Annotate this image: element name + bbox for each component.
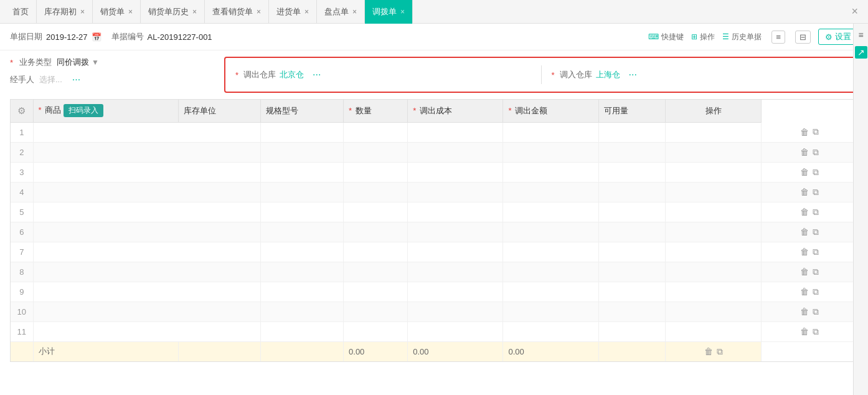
row-copy-icon[interactable]: ⧉ xyxy=(813,287,819,297)
row-cost[interactable] xyxy=(503,282,598,302)
tab-transfer-order-close[interactable]: × xyxy=(400,7,405,16)
row-spec[interactable] xyxy=(344,122,408,142)
row-delete-icon[interactable]: 🗑 xyxy=(800,247,809,257)
tab-purchase-order[interactable]: 进货单 × xyxy=(269,0,317,24)
row-spec[interactable] xyxy=(344,182,408,202)
row-unit[interactable] xyxy=(261,122,344,142)
tab-inventory-check-close[interactable]: × xyxy=(352,7,357,16)
row-product[interactable] xyxy=(33,302,261,321)
tab-inventory-check[interactable]: 盘点单 × xyxy=(317,0,365,24)
row-cost[interactable] xyxy=(503,202,598,222)
row-cost[interactable] xyxy=(503,302,598,321)
warehouse-out-value[interactable]: 北京仓 xyxy=(280,69,304,80)
history-button[interactable]: ☰ 历史单据 xyxy=(722,32,762,42)
row-delete-icon[interactable]: 🗑 xyxy=(800,187,809,197)
right-panel-export-icon[interactable]: ↗ xyxy=(855,46,867,59)
row-quantity[interactable] xyxy=(408,202,503,222)
row-product[interactable] xyxy=(33,222,261,242)
tab-inventory-init-close[interactable]: × xyxy=(80,7,85,16)
tab-sales-order-close[interactable]: × xyxy=(128,7,133,16)
row-spec[interactable] xyxy=(344,222,408,242)
tab-sales-history[interactable]: 销货单历史 × xyxy=(141,0,205,24)
row-quantity[interactable] xyxy=(408,142,503,162)
col-settings-icon[interactable]: ⚙ xyxy=(17,105,26,116)
row-product[interactable] xyxy=(33,202,261,222)
row-unit[interactable] xyxy=(261,202,344,222)
row-cost[interactable] xyxy=(503,162,598,182)
row-quantity[interactable] xyxy=(408,282,503,302)
warehouse-in-more-icon[interactable]: ··· xyxy=(629,69,637,80)
tab-inventory-init[interactable]: 库存期初 × xyxy=(37,0,93,24)
row-copy-icon[interactable]: ⧉ xyxy=(813,326,819,337)
row-cost[interactable] xyxy=(503,182,598,202)
row-copy-icon[interactable]: ⧉ xyxy=(813,247,819,257)
row-unit[interactable] xyxy=(261,222,344,242)
row-amount[interactable] xyxy=(598,122,666,142)
row-spec[interactable] xyxy=(344,242,408,262)
row-copy-icon[interactable]: ⧉ xyxy=(813,167,819,178)
row-unit[interactable] xyxy=(261,142,344,162)
date-picker-icon[interactable]: 📅 xyxy=(92,32,101,42)
tab-view-sales[interactable]: 查看销货单 × xyxy=(205,0,269,24)
business-type-select[interactable]: 同价调拨 ▼ xyxy=(57,57,99,68)
row-spec[interactable] xyxy=(344,321,408,341)
row-delete-icon[interactable]: 🗑 xyxy=(800,267,809,277)
row-quantity[interactable] xyxy=(408,262,503,282)
row-delete-icon[interactable]: 🗑 xyxy=(800,307,809,316)
warehouse-out-more-icon[interactable]: ··· xyxy=(313,69,321,80)
row-quantity[interactable] xyxy=(408,222,503,242)
row-product[interactable] xyxy=(33,282,261,302)
warehouse-in-value[interactable]: 上海仓 xyxy=(596,69,620,80)
row-copy-icon[interactable]: ⧉ xyxy=(813,126,819,137)
row-unit[interactable] xyxy=(261,162,344,182)
row-unit[interactable] xyxy=(261,321,344,341)
row-spec[interactable] xyxy=(344,302,408,321)
row-amount[interactable] xyxy=(598,202,666,222)
row-delete-icon[interactable]: 🗑 xyxy=(800,326,809,336)
row-product[interactable] xyxy=(33,182,261,202)
col-settings[interactable]: ⚙ xyxy=(11,100,33,122)
row-copy-icon[interactable]: ⧉ xyxy=(813,207,819,217)
tab-view-sales-close[interactable]: × xyxy=(257,7,261,16)
row-delete-icon[interactable]: 🗑 xyxy=(800,147,809,157)
row-delete-icon[interactable]: 🗑 xyxy=(800,127,809,137)
row-delete-icon[interactable]: 🗑 xyxy=(800,207,809,217)
row-cost[interactable] xyxy=(503,222,598,242)
row-amount[interactable] xyxy=(598,222,666,242)
row-spec[interactable] xyxy=(344,282,408,302)
row-cost[interactable] xyxy=(503,262,598,282)
handler-more-icon[interactable]: ··· xyxy=(72,74,80,85)
row-copy-icon[interactable]: ⧉ xyxy=(813,187,819,198)
row-spec[interactable] xyxy=(344,262,408,282)
tab-transfer-order[interactable]: 调拨单 × xyxy=(365,0,413,24)
row-quantity[interactable] xyxy=(408,302,503,321)
row-quantity[interactable] xyxy=(408,321,503,341)
row-copy-icon[interactable]: ⧉ xyxy=(813,227,819,237)
row-delete-icon[interactable]: 🗑 xyxy=(800,287,809,297)
row-amount[interactable] xyxy=(598,321,666,341)
row-cost[interactable] xyxy=(503,142,598,162)
row-copy-icon[interactable]: ⧉ xyxy=(813,307,819,317)
tab-home[interactable]: 首页 xyxy=(5,0,37,24)
window-close-button[interactable]: × xyxy=(846,5,863,18)
footer-copy-icon[interactable]: ⧉ xyxy=(717,346,723,357)
row-unit[interactable] xyxy=(261,262,344,282)
row-copy-icon[interactable]: ⧉ xyxy=(813,267,819,277)
footer-delete-icon[interactable]: 🗑 xyxy=(704,346,713,356)
row-amount[interactable] xyxy=(598,302,666,321)
row-unit[interactable] xyxy=(261,182,344,202)
row-product[interactable] xyxy=(33,162,261,182)
row-unit[interactable] xyxy=(261,302,344,321)
row-delete-icon[interactable]: 🗑 xyxy=(800,167,809,177)
row-product[interactable] xyxy=(33,142,261,162)
row-unit[interactable] xyxy=(261,242,344,262)
row-cost[interactable] xyxy=(503,242,598,262)
row-quantity[interactable] xyxy=(408,122,503,142)
row-unit[interactable] xyxy=(261,282,344,302)
row-cost[interactable] xyxy=(503,122,598,142)
tab-sales-history-close[interactable]: × xyxy=(192,7,197,16)
row-spec[interactable] xyxy=(344,162,408,182)
row-amount[interactable] xyxy=(598,142,666,162)
row-copy-icon[interactable]: ⧉ xyxy=(813,147,819,158)
row-delete-icon[interactable]: 🗑 xyxy=(800,227,809,237)
